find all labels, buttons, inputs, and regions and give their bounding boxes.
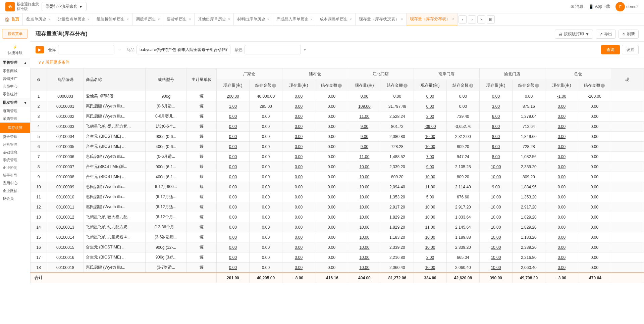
- cell-l-qty[interactable]: 0.00: [282, 222, 315, 232]
- z-amt-info[interactable]: i: [601, 84, 605, 88]
- tab-stock-dist[interactable]: 现存量（库存分布表） ×: [407, 13, 458, 26]
- cell-z-qty[interactable]: 0.00: [545, 202, 578, 212]
- cell-z-qty[interactable]: 0.00: [545, 152, 578, 162]
- cell-n-qty[interactable]: 11.00: [414, 182, 446, 192]
- tab-product-in[interactable]: 产成品入库单历史 ×: [273, 13, 316, 26]
- cell-y-qty[interactable]: 8.00: [479, 122, 512, 132]
- cell-l-qty[interactable]: 0.00: [282, 232, 315, 242]
- cell-z-qty[interactable]: 0.00: [545, 252, 578, 263]
- cell-f-qty[interactable]: 0.00: [216, 182, 249, 192]
- cell-j-qty[interactable]: 9.00: [348, 132, 381, 142]
- user-profile-btn[interactable]: E demo2: [615, 2, 639, 11]
- cell-n-qty[interactable]: 0.00: [414, 91, 446, 101]
- cell-n-qty[interactable]: 0.00: [414, 101, 446, 111]
- cell-z-qty[interactable]: 0.00: [545, 242, 578, 252]
- cell-f-qty[interactable]: 0.00: [216, 172, 249, 182]
- f-amt-info[interactable]: i: [272, 84, 276, 88]
- cell-n-qty[interactable]: 10.00: [414, 263, 446, 273]
- cell-f-qty[interactable]: 0.00: [216, 263, 249, 273]
- cell-f-qty[interactable]: 0.00: [216, 152, 249, 162]
- color-input[interactable]: [245, 45, 301, 54]
- close-tab-other-out[interactable]: ×: [228, 17, 230, 21]
- tab-close-all-btn[interactable]: ×: [477, 15, 485, 24]
- cell-f-qty[interactable]: 0.00: [216, 242, 249, 252]
- cell-z-qty[interactable]: 0.00: [545, 132, 578, 142]
- cell-l-qty[interactable]: 0.00: [282, 172, 315, 182]
- close-tab-requisition[interactable]: ×: [189, 17, 191, 21]
- cell-z-qty[interactable]: 0.00: [545, 111, 578, 122]
- product-input[interactable]: [137, 45, 230, 54]
- cell-y-qty[interactable]: 10.00: [479, 192, 512, 202]
- cell-f-qty[interactable]: 0.00: [216, 252, 249, 263]
- cell-y-qty[interactable]: 6.00: [479, 111, 512, 122]
- summary-y-qty[interactable]: 390.00: [479, 273, 512, 283]
- cell-y-qty[interactable]: 10.00: [479, 172, 512, 182]
- cell-y-qty[interactable]: 8.00: [479, 132, 512, 142]
- tab-stock-multi[interactable]: 分量盘点单历史 ×: [54, 13, 93, 26]
- sidebar-item-ecommerce[interactable]: 电商管理: [0, 107, 30, 115]
- cell-z-qty[interactable]: 0.00: [545, 162, 578, 172]
- sidebar-item-retail-mgmt[interactable]: 零售管理 ▲: [0, 58, 30, 67]
- cell-y-qty[interactable]: 10.00: [479, 202, 512, 212]
- cell-f-qty[interactable]: 1.00: [216, 101, 249, 111]
- cell-l-qty[interactable]: 0.00: [282, 252, 315, 263]
- tab-prev-btn[interactable]: ‹: [459, 15, 467, 24]
- cell-j-qty[interactable]: 9.00: [348, 142, 381, 152]
- cell-j-qty[interactable]: 11.00: [348, 152, 381, 162]
- cell-l-qty[interactable]: 0.00: [282, 212, 315, 222]
- cell-j-qty[interactable]: 10.00: [348, 162, 381, 172]
- cell-l-qty[interactable]: 0.00: [282, 263, 315, 273]
- cell-y-qty[interactable]: 10.00: [479, 162, 512, 172]
- sidebar-item-system[interactable]: 系统管理: [0, 156, 30, 164]
- sidebar-item-wholesale[interactable]: 批发管理 ▼: [0, 98, 30, 107]
- cell-n-qty[interactable]: 10.00: [414, 172, 446, 182]
- cell-y-qty[interactable]: 10.00: [479, 212, 512, 222]
- sidebar-item-app-center[interactable]: 应用中心: [0, 179, 30, 187]
- cell-f-qty[interactable]: 0.00: [216, 122, 249, 132]
- cell-n-qty[interactable]: 10.00: [414, 202, 446, 212]
- cell-z-qty[interactable]: 0.00: [545, 222, 578, 232]
- export-btn[interactable]: ↗ 导出: [596, 30, 616, 39]
- close-tab-transfer[interactable]: ×: [158, 17, 160, 21]
- sidebar-item-retail-stat[interactable]: 零售统计: [0, 90, 30, 98]
- cell-j-qty[interactable]: 10.00: [348, 232, 381, 242]
- cell-f-qty[interactable]: 200.00: [216, 91, 249, 101]
- cell-z-qty[interactable]: 0.00: [545, 263, 578, 273]
- summary-f-qty[interactable]: 201.00: [216, 273, 249, 283]
- close-tab-stock-multi[interactable]: ×: [88, 17, 90, 21]
- j-amt-info[interactable]: i: [404, 84, 408, 88]
- expand-conditions-btn[interactable]: ∨∨ 展开更多条件: [36, 59, 639, 65]
- cell-j-qty[interactable]: 0.00: [348, 91, 381, 101]
- y-amt-info[interactable]: i: [535, 84, 539, 88]
- cell-l-qty[interactable]: 0.00: [282, 192, 315, 202]
- cell-z-qty[interactable]: 0.00: [545, 122, 578, 132]
- cell-j-qty[interactable]: 10.00: [348, 263, 381, 273]
- summary-j-qty[interactable]: 494.00: [348, 273, 381, 283]
- sidebar-item-purchase[interactable]: 采购管理: [0, 115, 30, 123]
- cell-l-qty[interactable]: 0.00: [282, 111, 315, 122]
- tab-stock-single[interactable]: 盘点单历史 ×: [23, 13, 54, 26]
- sidebar-item-marketing[interactable]: 营销推广: [0, 75, 30, 83]
- cell-j-qty[interactable]: 10.00: [348, 212, 381, 222]
- sidebar-item-capital[interactable]: 资金管理: [0, 133, 30, 141]
- close-tab-material-out[interactable]: ×: [267, 17, 269, 21]
- close-tab-stock-single[interactable]: ×: [48, 17, 50, 21]
- cell-j-qty[interactable]: 10.00: [348, 182, 381, 192]
- tab-transfer[interactable]: 调拨单历史 ×: [132, 13, 164, 26]
- cell-j-qty[interactable]: 10.00: [348, 192, 381, 202]
- cell-j-qty[interactable]: 10.00: [348, 222, 381, 232]
- cell-f-qty[interactable]: 0.00: [216, 222, 249, 232]
- tab-next-btn[interactable]: ›: [468, 15, 476, 24]
- cell-n-qty[interactable]: 5.00: [414, 192, 446, 202]
- app-download-btn[interactable]: 📱 App下载: [589, 4, 610, 9]
- close-tab-cost-adjust[interactable]: ×: [350, 17, 352, 21]
- cell-j-qty[interactable]: 10.00: [348, 172, 381, 182]
- print-btn[interactable]: 🖨 按模版打印 ▼: [555, 30, 593, 39]
- cell-j-qty[interactable]: 11.00: [348, 111, 381, 122]
- tab-cost-adjust[interactable]: 成本调整单历史 ×: [316, 13, 356, 26]
- cell-y-qty[interactable]: 10.00: [479, 232, 512, 242]
- summary-n-qty[interactable]: 334.00: [414, 273, 446, 283]
- close-tab-stock-status[interactable]: ×: [401, 17, 403, 21]
- cell-n-qty[interactable]: -39.00: [414, 122, 446, 132]
- tab-assemble[interactable]: 组装拆卸单历史 ×: [93, 13, 132, 26]
